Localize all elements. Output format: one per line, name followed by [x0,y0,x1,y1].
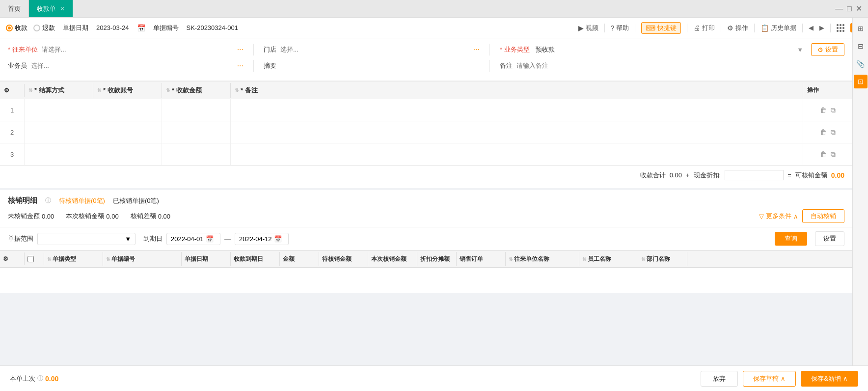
calendar-from-icon[interactable]: 📅 [206,235,214,243]
btcol-settings[interactable]: ⚙ [0,252,25,265]
from-unit-ellipsis[interactable]: ··· [237,45,244,54]
row3-account[interactable] [93,143,162,165]
shop-input[interactable] [278,45,471,55]
help-label: 帮助 [616,24,629,32]
save-new-btn[interactable]: 保存&新增 ∧ [801,371,858,387]
bill-range-label: 单据范围 [8,234,33,243]
row3-copy-icon[interactable]: ⧉ [831,150,836,159]
shortcut-label: 快捷键 [657,24,677,32]
row3-amount[interactable] [162,143,231,165]
sidebar-print-icon[interactable]: ⊟ [854,39,868,53]
row-num-1: 1 [0,99,25,121]
calendar-to-icon[interactable]: 📅 [274,235,282,243]
filter-row: 单据范围 ▼ 到期日 2022-04-01 📅 — 2022-04-12 📅 查 [0,227,852,250]
row-num-3: 3 [0,143,25,165]
row3-settlement[interactable] [25,143,93,165]
select-all-checkbox[interactable] [27,256,34,262]
tab-done[interactable]: 已核销单据(0笔) [113,196,159,205]
col-account: ⇅ * 收款账号 [93,83,162,98]
from-unit-field: * 往来单位 ··· [8,45,244,55]
close-btn[interactable]: ✕ [856,4,862,13]
tab-home[interactable]: 首页 [0,0,29,17]
print-icon: 🖨 [693,24,700,32]
table-row: 2 🗑 ⧉ [0,121,852,143]
radio-refund[interactable]: 退款 [33,24,55,32]
radio-receipt[interactable]: 收款 [6,24,27,32]
row1-account[interactable] [93,99,162,121]
bill-range-chevron: ▼ [125,235,131,243]
window-controls: — □ ✕ [835,4,868,13]
summary-input[interactable] [278,61,480,71]
row2-delete-icon[interactable]: 🗑 [820,128,827,136]
stat-unverified: 未核销金额 0.00 [8,212,54,221]
grid-icon[interactable] [837,24,844,32]
row1-amount[interactable] [162,99,231,121]
col-amount: ⇅ * 收款金额 [162,83,231,98]
btcol-checkbox[interactable] [25,253,44,265]
form-row-1: * 往来单位 ··· 门店 ··· * 业务类型 预收款 ▼ ⚙ 设置 [8,43,844,56]
from-unit-label: * 往来单位 [8,45,38,54]
more-conditions-btn[interactable]: ▽ 更多条件 ∧ [759,212,798,221]
divider6 [802,24,803,32]
row1-settlement[interactable] [25,99,93,121]
tab-receipt[interactable]: 收款单 ✕ [29,0,73,17]
row2-remark[interactable] [231,121,803,143]
history-btn[interactable]: 📋 历史单据 [760,24,796,32]
receipt-table: ⚙ ⇅ * 结算方式 ⇅ * 收款账号 ⇅ * 收款金额 ⇅ * 备注 操作 1 [0,81,852,166]
unverified-label: 未核销金额 [8,212,40,221]
sidebar-scan-icon[interactable]: ⊡ [854,75,868,88]
date-to-input[interactable]: 2022-04-12 📅 [235,233,289,245]
shop-field: 门店 ··· [264,45,480,55]
abandon-btn[interactable]: 放弃 [701,371,738,387]
verify-info-icon[interactable]: ⓘ [45,196,51,205]
calendar-icon[interactable]: 📅 [137,24,145,32]
help-icon: ? [611,24,615,32]
discount-label: 现金折扣: [694,171,721,180]
row2-settlement[interactable] [25,121,93,143]
salesperson-input[interactable] [29,61,235,71]
video-btn[interactable]: ▶ 视频 [578,24,598,32]
row3-remark[interactable] [231,143,803,165]
from-unit-input[interactable] [40,45,235,55]
save-draft-btn[interactable]: 保存草稿 ∧ [743,371,796,387]
biz-type-dropdown-icon[interactable]: ▼ [797,46,803,54]
nav-next-icon[interactable]: ▶ [819,24,824,31]
minimize-btn[interactable]: — [835,4,843,13]
discount-input[interactable] [725,170,784,180]
row3-delete-icon[interactable]: 🗑 [820,150,827,158]
shortcut-btn[interactable]: ⌨ 快捷键 [641,22,681,34]
row2-amount[interactable] [162,121,231,143]
row1-copy-icon[interactable]: ⧉ [831,106,836,114]
settings-btn-top[interactable]: ⚙ 设置 [811,43,844,56]
col-settings[interactable]: ⚙ [0,84,25,97]
auto-verify-btn[interactable]: 自动核销 [802,209,844,223]
toolbar-right: ▶ 视频 ? 帮助 ⌨ 快捷键 🖨 打印 ⚙ 操作 📋 历史单据 ◀ ▶ [578,22,862,34]
bottom-stat: 本单上次 ⓘ 0.00 [10,374,58,383]
sidebar-table-icon[interactable]: ⊞ [854,22,868,35]
tab-close-icon[interactable]: ✕ [60,5,65,12]
biz-type-label: * 业务类型 [500,45,530,54]
row1-delete-icon[interactable]: 🗑 [820,106,827,114]
stat-current: 本次核销金额 0.00 [66,212,118,221]
remark-input[interactable] [515,61,844,71]
row2-account[interactable] [93,121,162,143]
bill-range-select[interactable]: ▼ [37,233,136,245]
row1-remark[interactable] [231,99,803,121]
settings-label-top: 设置 [825,45,838,54]
filter-settings-btn[interactable]: 设置 [815,231,844,246]
operation-btn[interactable]: ⚙ 操作 [727,24,748,32]
date-from-input[interactable]: 2022-04-01 📅 [166,233,220,245]
nav-prev-icon[interactable]: ◀ [809,24,814,31]
sidebar-clip-icon[interactable]: 📎 [854,57,868,71]
bill-date-label: 单据日期 [63,24,88,32]
date-separator: — [224,235,231,243]
row2-copy-icon[interactable]: ⧉ [831,128,836,137]
print-btn[interactable]: 🖨 打印 [693,24,715,32]
bottom-info-icon[interactable]: ⓘ [37,374,43,383]
query-btn[interactable]: 查询 [775,232,807,246]
shop-ellipsis[interactable]: ··· [473,45,480,54]
tab-pending[interactable]: 待核销单据(0笔) [59,196,105,205]
maximize-btn[interactable]: □ [847,4,852,13]
help-btn[interactable]: ? 帮助 [611,24,629,32]
salesperson-ellipsis[interactable]: ··· [237,61,244,70]
